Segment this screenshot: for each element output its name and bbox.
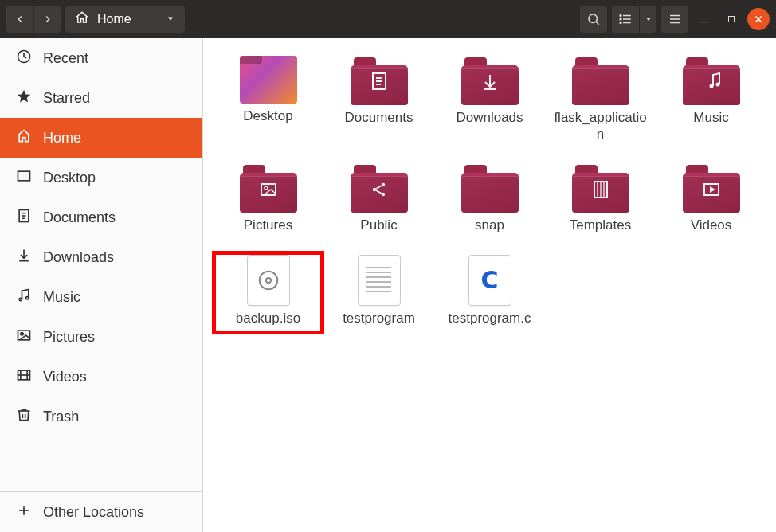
- music-icon: [16, 288, 32, 307]
- downloads-icon: [16, 248, 32, 268]
- file-item[interactable]: backup.iso: [213, 252, 323, 334]
- folder-icon: [461, 56, 519, 105]
- file-label: backup.iso: [236, 311, 300, 327]
- svg-line-2: [596, 22, 598, 24]
- home-icon: [75, 10, 89, 28]
- pictures-icon: [16, 327, 32, 347]
- sidebar-item-label: Trash: [43, 409, 79, 425]
- svg-rect-14: [729, 17, 735, 22]
- file-grid: DesktopDocumentsDownloadsflask_applicati…: [213, 53, 766, 334]
- file-view[interactable]: DesktopDocumentsDownloadsflask_applicati…: [203, 38, 776, 532]
- svg-marker-9: [646, 18, 650, 21]
- body: Recent Starred Home Desktop Documents: [0, 38, 776, 532]
- view-mode-button[interactable]: [612, 6, 639, 33]
- sidebar-item-label: Music: [43, 289, 80, 306]
- sidebar-item-label: Pictures: [43, 329, 95, 346]
- sidebar-item-label: Videos: [43, 369, 87, 385]
- folder-icon: [572, 163, 629, 213]
- file-label: Desktop: [243, 108, 292, 125]
- file-label: Documents: [345, 110, 413, 127]
- search-button[interactable]: [580, 6, 607, 33]
- file-item[interactable]: Videos: [656, 160, 766, 241]
- file-item[interactable]: Templates: [545, 160, 656, 241]
- sidebar-item-label: Documents: [43, 209, 116, 226]
- nav-group: [6, 6, 61, 33]
- file-label: Public: [360, 217, 397, 234]
- chevron-down-icon: [166, 12, 175, 26]
- folder-icon: [351, 56, 408, 105]
- sidebar-item-label: Recent: [43, 50, 88, 67]
- text-file-icon: [358, 255, 401, 306]
- sidebar-item-other-locations[interactable]: Other Locations: [0, 492, 202, 532]
- trash-icon: [16, 407, 32, 427]
- sidebar: Recent Starred Home Desktop Documents: [0, 38, 203, 532]
- videos-icon: [16, 367, 32, 387]
- svg-point-36: [265, 278, 270, 283]
- maximize-button[interactable]: [720, 8, 743, 30]
- file-label: Pictures: [244, 217, 292, 234]
- sidebar-item-starred[interactable]: Starred: [0, 78, 202, 118]
- file-item[interactable]: Public: [323, 160, 434, 241]
- close-button[interactable]: [747, 8, 770, 30]
- svg-point-7: [620, 18, 621, 20]
- file-item[interactable]: Documents: [323, 53, 434, 149]
- svg-rect-19: [18, 171, 30, 181]
- svg-point-26: [26, 296, 29, 299]
- sidebar-item-home[interactable]: Home: [0, 118, 202, 158]
- folder-icon: [240, 163, 297, 213]
- hamburger-menu-button[interactable]: [661, 6, 688, 33]
- svg-marker-18: [18, 89, 31, 102]
- folder-icon: [683, 163, 740, 213]
- sidebar-item-desktop[interactable]: Desktop: [0, 158, 202, 198]
- svg-point-1: [589, 14, 598, 23]
- sidebar-item-downloads[interactable]: Downloads: [0, 237, 202, 277]
- folder-icon: [461, 163, 519, 213]
- documents-icon: [16, 208, 32, 228]
- pathbar-label: Home: [97, 12, 131, 26]
- svg-rect-27: [18, 331, 30, 340]
- file-item[interactable]: Pictures: [213, 160, 323, 241]
- file-item[interactable]: Downloads: [434, 53, 545, 149]
- view-options-button[interactable]: [639, 6, 656, 33]
- svg-point-6: [620, 15, 621, 17]
- svg-marker-0: [168, 18, 173, 21]
- plus-icon: [16, 503, 32, 522]
- iso-file-icon: [247, 255, 290, 306]
- file-label: flask_application: [553, 110, 649, 143]
- back-button[interactable]: [6, 6, 33, 33]
- sidebar-item-label: Downloads: [43, 249, 114, 266]
- minimize-button[interactable]: [693, 8, 715, 30]
- sidebar-item-trash[interactable]: Trash: [0, 397, 202, 436]
- home-icon: [16, 128, 32, 148]
- sidebar-item-label: Desktop: [43, 170, 96, 186]
- folder-icon: [351, 163, 408, 213]
- forward-button[interactable]: [33, 6, 61, 33]
- file-label: testprogram: [343, 311, 415, 327]
- recent-icon: [16, 49, 32, 68]
- desktop-icon: [16, 168, 32, 188]
- desktop-folder-icon: [240, 56, 297, 104]
- sidebar-item-recent[interactable]: Recent: [0, 38, 202, 78]
- folder-icon: [572, 56, 629, 105]
- svg-point-8: [620, 22, 621, 24]
- file-item[interactable]: flask_application: [545, 53, 656, 149]
- file-item[interactable]: Desktop: [213, 53, 323, 149]
- pathbar-home[interactable]: Home: [65, 6, 185, 33]
- view-control-group: [612, 6, 656, 33]
- file-item[interactable]: snap: [434, 160, 545, 241]
- sidebar-item-music[interactable]: Music: [0, 277, 202, 317]
- file-item[interactable]: testprogram: [323, 252, 434, 334]
- file-label: snap: [475, 217, 504, 234]
- file-label: Videos: [691, 217, 732, 234]
- file-label: testprogram.c: [449, 311, 531, 327]
- svg-point-28: [21, 332, 23, 334]
- sidebar-item-pictures[interactable]: Pictures: [0, 317, 202, 357]
- c-source-file-icon: C: [468, 255, 511, 306]
- svg-point-35: [259, 272, 277, 290]
- file-item[interactable]: Ctestprogram.c: [434, 252, 545, 334]
- file-item[interactable]: Music: [656, 53, 766, 149]
- sidebar-item-videos[interactable]: Videos: [0, 357, 202, 397]
- sidebar-item-label: Home: [43, 130, 81, 147]
- titlebar: Home: [0, 0, 776, 38]
- sidebar-item-documents[interactable]: Documents: [0, 198, 202, 237]
